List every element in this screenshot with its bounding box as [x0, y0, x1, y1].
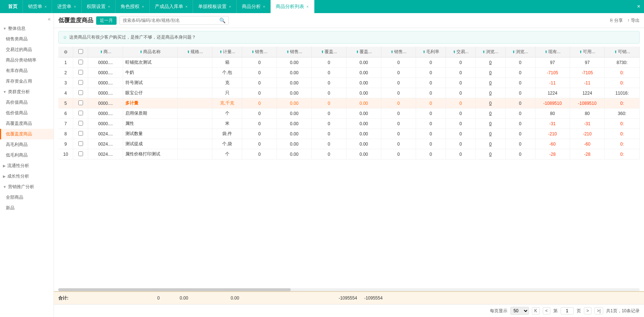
- row-browse1[interactable]: 0: [475, 149, 505, 159]
- nav-tab-template[interactable]: 单据模板设置 ×: [193, 0, 236, 13]
- row-checkbox[interactable]: [73, 78, 88, 88]
- col-spec[interactable]: ⬆规格...: [177, 47, 212, 58]
- row-checkbox[interactable]: [73, 68, 88, 78]
- col-available[interactable]: ⬆可用...: [570, 47, 605, 58]
- row-name[interactable]: 属性价格打印测试: [123, 149, 177, 159]
- row-name[interactable]: 旺铺批次测试: [123, 58, 177, 68]
- next-page-button[interactable]: >: [584, 307, 592, 314]
- row-select-checkbox[interactable]: [78, 131, 83, 136]
- nav-tab-analysis-close[interactable]: ×: [263, 4, 265, 9]
- row-name[interactable]: 测试提成: [123, 139, 177, 149]
- sidebar-item-traded-products[interactable]: 交易过的商品: [0, 44, 54, 55]
- search-icon[interactable]: 🔍: [219, 17, 225, 23]
- row-name[interactable]: 启用保质期: [123, 108, 177, 119]
- col-checkbox[interactable]: [73, 47, 88, 58]
- first-page-button[interactable]: K: [532, 307, 540, 314]
- sidebar-item-new-products[interactable]: 新品: [0, 203, 54, 213]
- row-checkbox[interactable]: [73, 119, 88, 129]
- col-coverage2[interactable]: ⬆覆盖...: [346, 47, 381, 58]
- sidebar-item-low-margin[interactable]: 低毛利商品: [0, 150, 54, 161]
- sidebar-group-overview[interactable]: ▼ 整体信息: [0, 23, 54, 34]
- row-browse1[interactable]: 0: [475, 139, 505, 149]
- nav-tab-analysis[interactable]: 商品分析 ×: [237, 0, 271, 13]
- row-checkbox[interactable]: [73, 88, 88, 98]
- period-button[interactable]: 近一月: [96, 16, 117, 25]
- row-select-checkbox[interactable]: [78, 80, 83, 85]
- row-select-checkbox[interactable]: [78, 111, 83, 115]
- sidebar-item-stocked-products[interactable]: 有库存商品: [0, 66, 54, 76]
- col-sales-amt[interactable]: ⬆销售...: [277, 47, 311, 58]
- row-browse1[interactable]: 0: [475, 68, 505, 78]
- page-number-input[interactable]: [561, 307, 574, 314]
- row-browse1[interactable]: 0: [475, 108, 505, 119]
- nav-tab-template-close[interactable]: ×: [229, 4, 231, 9]
- sidebar-item-high-coverage[interactable]: 高覆盖度商品: [0, 118, 54, 129]
- nav-tab-home[interactable]: 首页: [3, 0, 23, 13]
- row-name[interactable]: 多计量: [123, 98, 177, 108]
- row-checkbox[interactable]: [73, 129, 88, 139]
- col-current-stock[interactable]: ⬆现有...: [535, 47, 570, 58]
- scrollbar-thumb[interactable]: [58, 288, 291, 291]
- row-select-checkbox[interactable]: [78, 70, 83, 75]
- row-name[interactable]: 眼宝公仔: [123, 88, 177, 98]
- nav-tab-purchase-close[interactable]: ×: [74, 4, 76, 9]
- row-browse1[interactable]: 0: [475, 129, 505, 139]
- row-browse1[interactable]: 0: [475, 78, 505, 88]
- sidebar-item-low-coverage[interactable]: 低覆盖度商品: [0, 129, 54, 139]
- nav-tab-analysis-list-close[interactable]: ×: [306, 4, 309, 9]
- sidebar-group-growth[interactable]: ▶ 成长性分析: [0, 171, 54, 182]
- nav-tab-analysis-list[interactable]: 商品分析列表 ×: [271, 0, 314, 13]
- row-select-checkbox[interactable]: [78, 121, 83, 126]
- row-checkbox[interactable]: [73, 98, 88, 108]
- nav-tab-purchase[interactable]: 进货单 ×: [52, 0, 81, 13]
- row-checkbox[interactable]: [73, 149, 88, 159]
- row-name[interactable]: 牛奶: [123, 68, 177, 78]
- share-button[interactable]: ⎘ 分享: [610, 17, 623, 24]
- last-page-button[interactable]: >|: [594, 307, 603, 314]
- nav-tab-permission-close[interactable]: ×: [108, 4, 110, 9]
- col-browse2[interactable]: ⬆浏览...: [505, 47, 535, 58]
- table-container[interactable]: ⚙ ⬆商... ⬆商品名称 ⬆规格... ⬆计量... ⬆销售... ⬆销售..…: [54, 47, 644, 288]
- nav-tab-permission[interactable]: 权限设置 ×: [82, 0, 115, 13]
- row-name[interactable]: 属性: [123, 119, 177, 129]
- row-name[interactable]: 测试数量: [123, 129, 177, 139]
- row-select-checkbox[interactable]: [78, 90, 83, 95]
- prev-page-button[interactable]: <: [543, 307, 550, 314]
- col-trade[interactable]: ⬆交易...: [446, 47, 476, 58]
- sidebar-item-category-rate[interactable]: 商品分类动销率: [0, 55, 54, 66]
- col-browse1[interactable]: ⬆浏览...: [475, 47, 505, 58]
- col-code[interactable]: ⬆商...: [88, 47, 123, 58]
- row-checkbox[interactable]: [73, 58, 88, 68]
- col-sales-qty[interactable]: ⬆销售...: [242, 47, 277, 58]
- sidebar-group-cluster[interactable]: ▼ 类群度分析: [0, 87, 54, 97]
- row-checkbox[interactable]: [73, 108, 88, 119]
- sidebar-group-marketing[interactable]: ▼ 营销推广分析: [0, 182, 54, 192]
- row-browse1[interactable]: 0: [475, 98, 505, 108]
- nav-tab-product[interactable]: 产成品入库单 ×: [150, 0, 193, 13]
- col-gross-margin[interactable]: ⬆毛利率: [416, 47, 446, 58]
- col-coverage1[interactable]: ⬆覆盖...: [311, 47, 346, 58]
- nav-tab-product-close[interactable]: ×: [185, 4, 188, 9]
- row-select-checkbox[interactable]: [78, 141, 83, 146]
- row-select-checkbox[interactable]: [78, 151, 83, 156]
- nav-tab-sales[interactable]: 销货单 ×: [23, 0, 52, 13]
- sidebar-item-all-products[interactable]: 全部商品: [0, 192, 54, 203]
- export-button[interactable]: ↑ 导出: [627, 17, 640, 24]
- col-settings[interactable]: ⚙: [58, 47, 73, 58]
- row-select-checkbox[interactable]: [78, 60, 83, 64]
- per-page-select[interactable]: 50 20 100: [510, 307, 529, 315]
- col-sales-extra[interactable]: ⬆销售...: [381, 47, 416, 58]
- col-unit[interactable]: ⬆计量...: [212, 47, 242, 58]
- sidebar-item-sales-products[interactable]: 销售类商品: [0, 34, 54, 44]
- row-browse1[interactable]: 0: [475, 58, 505, 68]
- row-checkbox[interactable]: [73, 139, 88, 149]
- search-input[interactable]: [123, 18, 219, 23]
- nav-tab-role[interactable]: 角色授权 ×: [115, 0, 149, 13]
- select-all-checkbox[interactable]: [78, 49, 83, 54]
- nav-tab-sales-close[interactable]: ×: [44, 4, 47, 9]
- sidebar-item-low-value[interactable]: 低价值商品: [0, 108, 54, 118]
- row-select-checkbox[interactable]: [78, 100, 83, 105]
- sidebar-group-liquidity[interactable]: ▶ 流通性分析: [0, 161, 54, 171]
- col-name[interactable]: ⬆商品名称: [123, 47, 177, 58]
- row-browse1[interactable]: 0: [475, 119, 505, 129]
